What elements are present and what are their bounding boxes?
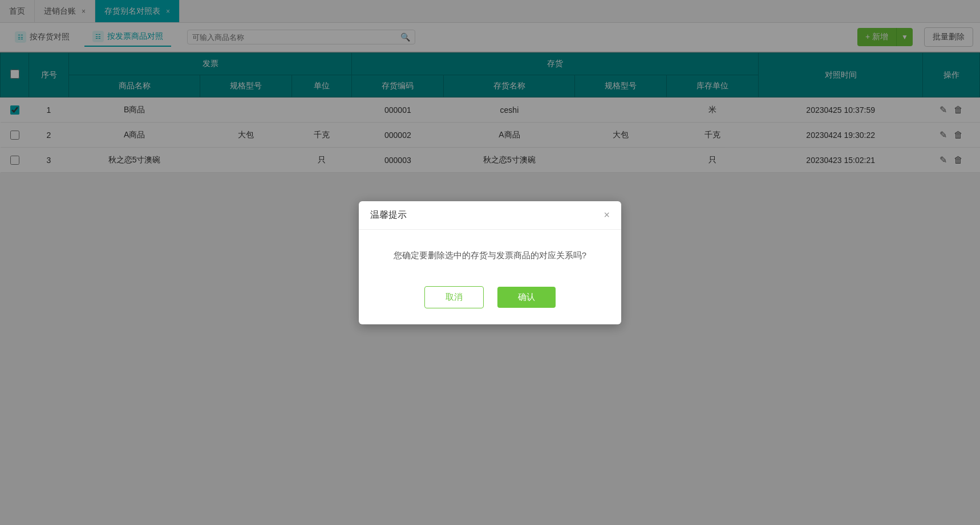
dialog-overlay: 温馨提示 × 您确定要删除选中的存货与发票商品的对应关系吗? 取消 确认 [0,0,980,173]
